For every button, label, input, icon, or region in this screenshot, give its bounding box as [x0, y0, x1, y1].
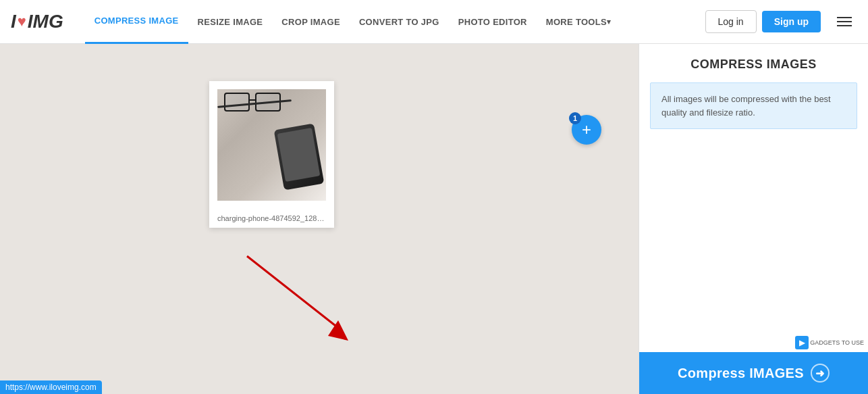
logo-i: I — [11, 11, 16, 32]
phone-screen — [277, 128, 321, 182]
hamburger-menu-button[interactable] — [832, 11, 857, 32]
plus-icon: + — [582, 122, 591, 138]
main-nav: COMPRESS IMAGE RESIZE IMAGE CROP IMAGE C… — [85, 0, 705, 44]
login-button[interactable]: Log in — [705, 10, 757, 33]
glasses-lens-left — [224, 93, 250, 112]
image-filename: charging-phone-4874592_1280... — [217, 214, 326, 222]
header-right: Log in Sign up — [705, 10, 857, 33]
add-more-button[interactable]: 1 + — [572, 115, 601, 145]
image-card: charging-phone-4874592_1280... — [209, 81, 334, 228]
hamburger-line-1 — [837, 17, 852, 18]
nav-more-tools[interactable]: MORE TOOLS — [537, 0, 620, 44]
watermark-logo: ▶ GADGETS TO USE — [795, 336, 864, 349]
logo-img: IMG — [28, 11, 63, 32]
watermark-text: GADGETS TO USE — [810, 339, 864, 346]
svg-marker-1 — [328, 320, 348, 341]
sidebar-title: COMPRESS IMAGES — [639, 44, 868, 82]
compress-images-button[interactable]: Compress IMAGES ➜ — [639, 352, 868, 394]
watermark-icon: ▶ — [795, 336, 809, 349]
watermark: ▶ GADGETS TO USE — [791, 333, 868, 352]
image-preview-inner — [217, 89, 326, 201]
red-arrow — [234, 243, 369, 353]
hamburger-line-2 — [837, 21, 852, 22]
glasses-bridge — [250, 99, 255, 101]
image-count-badge: 1 — [569, 112, 581, 124]
phone-shape — [274, 123, 325, 190]
nav-convert-to-jpg[interactable]: CONVERT TO JPG — [350, 0, 449, 44]
logo-heart-icon: ♥ — [18, 13, 26, 30]
hamburger-line-3 — [837, 25, 852, 26]
image-preview — [217, 89, 326, 201]
compress-arrow-icon: ➜ — [811, 364, 830, 383]
canvas-area: charging-phone-4874592_1280... 1 + https… — [0, 44, 639, 394]
logo[interactable]: I ♥ IMG — [11, 11, 63, 32]
header: I ♥ IMG COMPRESS IMAGE RESIZE IMAGE CROP… — [0, 0, 868, 44]
compress-button-label: Compress IMAGES — [678, 366, 804, 381]
sidebar-info-box: All images will be compressed with the b… — [650, 82, 857, 129]
right-sidebar: COMPRESS IMAGES All images will be compr… — [639, 44, 868, 394]
nav-resize-image[interactable]: RESIZE IMAGE — [188, 0, 273, 44]
main-layout: charging-phone-4874592_1280... 1 + https… — [0, 44, 868, 394]
svg-line-0 — [247, 256, 342, 330]
nav-photo-editor[interactable]: PHOTO EDITOR — [449, 0, 537, 44]
nav-compress-image[interactable]: COMPRESS IMAGE — [85, 0, 188, 44]
signup-button[interactable]: Sign up — [762, 11, 821, 32]
nav-crop-image[interactable]: CROP IMAGE — [272, 0, 350, 44]
url-bar: https://www.iloveimg.com — [0, 380, 102, 394]
